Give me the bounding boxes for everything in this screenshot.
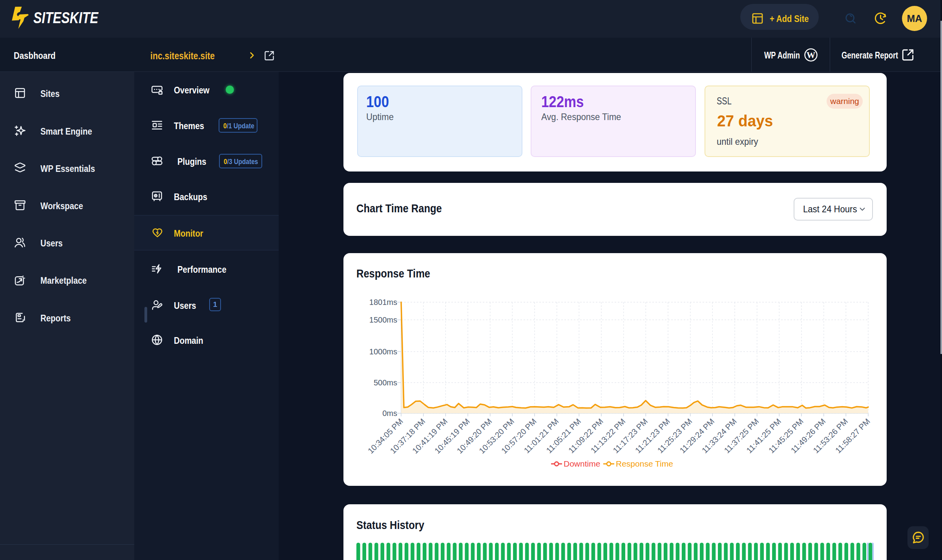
svg-text:Response Time: Response Time: [616, 459, 673, 468]
svg-text:1801ms: 1801ms: [369, 298, 397, 306]
svg-text:1000ms: 1000ms: [369, 347, 397, 356]
svg-text:W: W: [807, 50, 816, 60]
svg-text:0ms: 0ms: [382, 409, 397, 418]
svg-text:500ms: 500ms: [374, 378, 397, 387]
svg-text:Downtime: Downtime: [564, 459, 600, 468]
svg-text:1500ms: 1500ms: [369, 316, 397, 324]
